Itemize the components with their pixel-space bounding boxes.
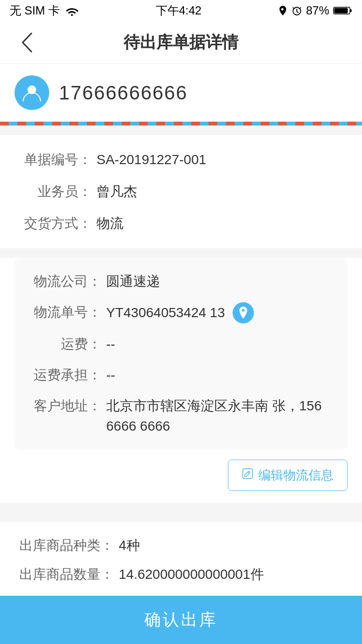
nav-bar: 待出库单据详情: [0, 21, 362, 64]
address-value: 北京市市辖区海淀区永丰南 张，156 6666 6666: [106, 396, 333, 436]
salesman-row: 业务员： 曾凡杰: [19, 182, 343, 202]
user-header: 17666666666: [0, 64, 362, 122]
logistics-tracking-row: 物流单号： YT43064053424 13: [29, 302, 333, 323]
logistics-company-label: 物流公司：: [29, 271, 101, 292]
status-bar: 无 SIM 卡 下午4:42 87%: [0, 0, 362, 21]
alarm-icon: [292, 5, 302, 16]
svg-rect-3: [334, 8, 348, 14]
freight-row: 运费： --: [29, 334, 333, 354]
goods-types-value: 4种: [119, 536, 140, 555]
battery-text: 87%: [306, 4, 329, 17]
status-right: 87%: [278, 4, 352, 17]
logistics-tracking-value-row: YT43064053424 13: [106, 302, 333, 323]
goods-types-row: 出库商品种类： 4种: [19, 536, 343, 555]
page-title: 待出库单据详情: [124, 31, 238, 54]
delivery-label: 交货方式：: [19, 213, 92, 234]
wifi-icon: [65, 5, 79, 16]
order-info-section: 单据编号： SA-20191227-001 业务员： 曾凡杰 交货方式： 物流: [0, 135, 362, 248]
goods-quantity-label: 出库商品数量：: [19, 565, 114, 584]
order-number-label: 单据编号：: [19, 150, 92, 170]
svg-rect-2: [350, 9, 352, 12]
logistics-company-value: 圆通速递: [106, 271, 333, 292]
status-time: 下午4:42: [156, 3, 202, 18]
order-number-row: 单据编号： SA-20191227-001: [19, 150, 343, 170]
deco-line: [0, 122, 362, 126]
freight-bear-row: 运费承担： --: [29, 365, 333, 385]
logistics-tracking-value: YT43064053424 13: [106, 303, 225, 323]
goods-quantity-value: 14.620000000000001件: [119, 565, 264, 584]
salesman-label: 业务员：: [19, 182, 92, 202]
edit-logistics-area: 编辑物流信息: [0, 450, 362, 503]
address-row: 客户地址： 北京市市辖区海淀区永丰南 张，156 6666 6666: [29, 396, 333, 436]
confirm-label: 确认出库: [144, 609, 218, 631]
delivery-value: 物流: [97, 213, 343, 234]
divider-1: [0, 503, 362, 512]
salesman-value: 曾凡杰: [97, 182, 343, 202]
edit-icon: [242, 468, 253, 483]
logistics-tracking-label: 物流单号：: [29, 302, 101, 322]
edit-logistics-label: 编辑物流信息: [258, 467, 334, 484]
freight-bear-label: 运费承担：: [29, 365, 101, 385]
track-location-button[interactable]: [233, 302, 254, 323]
battery-icon: [333, 6, 352, 15]
status-left: 无 SIM 卡: [10, 3, 79, 18]
goods-quantity-row: 出库商品数量： 14.620000000000001件: [19, 565, 343, 584]
logistics-company-row: 物流公司： 圆通速递: [29, 271, 333, 292]
address-label: 客户地址：: [29, 396, 101, 416]
carrier-text: 无 SIM 卡: [10, 3, 60, 18]
goods-section: 出库商品种类： 4种 出库商品数量： 14.620000000000001件: [0, 522, 362, 598]
user-phone: 17666666666: [59, 82, 188, 104]
freight-label: 运费：: [29, 334, 101, 354]
svg-rect-5: [243, 469, 252, 478]
edit-logistics-button[interactable]: 编辑物流信息: [228, 460, 348, 491]
back-button[interactable]: [14, 30, 39, 55]
avatar: [14, 75, 49, 110]
delivery-row: 交货方式： 物流: [19, 213, 343, 234]
logistics-card: 物流公司： 圆通速递 物流单号： YT43064053424 13 运费： --: [14, 258, 348, 450]
order-number-value: SA-20191227-001: [97, 150, 343, 170]
freight-bear-value: --: [106, 365, 333, 385]
freight-value: --: [106, 334, 333, 354]
goods-types-label: 出库商品种类：: [19, 536, 114, 555]
location-active-icon: [278, 5, 288, 16]
confirm-button[interactable]: 确认出库: [0, 596, 362, 644]
logistics-section: 物流公司： 圆通速递 物流单号： YT43064053424 13 运费： --: [0, 258, 362, 503]
